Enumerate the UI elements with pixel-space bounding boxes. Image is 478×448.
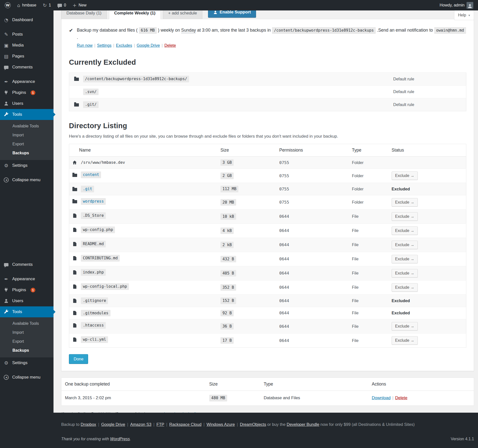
delete-schedule-link[interactable]: Delete <box>164 43 176 48</box>
schedule-day[interactable]: Sunday <box>181 28 196 33</box>
developer-bundle-link[interactable]: Developer Bundle <box>287 422 319 427</box>
sidebar-item-plugins[interactable]: Plugins 1 <box>0 87 53 98</box>
row-type-icon <box>72 323 78 328</box>
file-name[interactable]: CONTRIBUTING.md <box>81 255 120 262</box>
submenu-item-available-tools[interactable]: Available Tools <box>0 122 53 131</box>
wp-logo-menu[interactable]: W <box>1 0 14 10</box>
sidebar-item-settings[interactable]: ⚙ Settings <box>0 160 53 171</box>
howdy-text: Howdy, admin <box>440 3 465 7</box>
destination-link[interactable]: Windows Azure <box>207 422 235 427</box>
wordpress-link[interactable]: WordPress <box>110 437 130 441</box>
submenu-item-export[interactable]: Export <box>0 337 53 346</box>
file-permissions: 0644 <box>277 209 349 224</box>
run-now-link[interactable]: Run now <box>77 43 93 48</box>
destination-link[interactable]: FTP <box>157 422 164 427</box>
submenu-item-export[interactable]: Export <box>0 140 53 149</box>
backup-type: Database and Files <box>260 391 368 406</box>
file-size: 20 MB <box>220 199 236 206</box>
exclude-button[interactable]: Exclude → <box>392 269 418 278</box>
sidebar-item-tools[interactable]: Tools <box>0 109 53 120</box>
file-name[interactable]: index.php <box>81 269 106 276</box>
file-name[interactable]: wordpress <box>81 198 106 205</box>
file-name[interactable]: content <box>81 171 101 178</box>
file-permissions: 0755 <box>277 195 349 209</box>
submenu-item-available-tools[interactable]: Available Tools <box>0 319 53 328</box>
sidebar-item-appearance[interactable]: ✒ Appearance <box>0 274 53 284</box>
destination-link[interactable]: Dropbox <box>81 422 96 427</box>
file-name[interactable]: .DS_Store <box>81 212 106 219</box>
delete-backup-link[interactable]: Delete <box>395 395 407 400</box>
exclude-button[interactable]: Exclude → <box>392 212 418 221</box>
destination-link[interactable]: DreamObjects <box>240 422 266 427</box>
destination-link[interactable]: Rackspace Cloud <box>169 422 201 427</box>
exclude-button[interactable]: Exclude → <box>392 241 418 249</box>
file-icon <box>73 214 76 218</box>
file-permissions: 0644 <box>277 307 349 319</box>
pages-icon: ▤ <box>3 54 9 59</box>
exclude-button[interactable]: Exclude → <box>392 336 418 345</box>
check-icon: ✔ <box>69 27 73 48</box>
excludes-link[interactable]: Excludes <box>116 43 132 48</box>
sidebar-item-plugins[interactable]: Plugins 1 <box>0 284 53 295</box>
directory-row: .DS_Store 10 kB 0644 File Exclude → Excl… <box>69 209 466 224</box>
comments-icon <box>4 263 8 266</box>
file-name[interactable]: README.md <box>81 241 106 247</box>
sidebar-item-posts[interactable]: ✎ Posts <box>0 29 53 40</box>
updates-menu[interactable]: ↻ 1 <box>40 0 54 10</box>
sidebar-item-users[interactable]: Users <box>0 98 53 109</box>
help-button[interactable]: Help ▾ <box>454 10 474 20</box>
submenu-item-import[interactable]: Import <box>0 131 53 140</box>
file-name[interactable]: wp-config.php <box>81 226 115 233</box>
chevron-down-icon: ▾ <box>468 13 470 17</box>
sidebar-item-collapse-menu[interactable]: ◀ Collapse menu <box>0 174 53 185</box>
submenu-item-import[interactable]: Import <box>0 328 53 337</box>
done-button[interactable]: Done <box>69 354 88 364</box>
exclude-button[interactable]: Exclude → <box>392 283 418 292</box>
sidebar-item-dashboard[interactable]: ◔ Dashboard <box>0 14 53 25</box>
sidebar-item-pages[interactable]: ▤ Pages <box>0 51 53 62</box>
file-name[interactable]: wp-config-local.php <box>81 283 129 290</box>
file-type: File <box>349 252 389 266</box>
sidebar-item-media[interactable]: ▣ Media <box>0 40 53 51</box>
exclude-button[interactable]: Exclude → <box>392 322 418 331</box>
settings-link[interactable]: Settings <box>97 43 111 48</box>
submenu-item-backups[interactable]: Backups <box>0 346 53 355</box>
file-icon <box>73 284 76 289</box>
submenu-item-backups[interactable]: Backups <box>0 149 53 158</box>
file-size: 17 B <box>220 337 234 344</box>
sidebar-item-label: Tools <box>12 112 22 117</box>
file-name[interactable]: .git <box>81 186 94 192</box>
file-icon <box>73 311 76 315</box>
sidebar-item-tools[interactable]: Tools <box>0 306 53 317</box>
google-drive-link[interactable]: Google Drive <box>137 43 160 48</box>
sidebar-item-collapse-menu[interactable]: ◀ Collapse menu <box>0 372 53 383</box>
exclude-button[interactable]: Exclude → <box>392 171 418 180</box>
exclude-button[interactable]: Exclude → <box>392 198 418 207</box>
file-permissions: 0755 <box>277 183 349 195</box>
file-size: 3 GB <box>220 159 234 166</box>
file-permissions: 0755 <box>277 169 349 183</box>
account-menu[interactable]: Howdy, admin <box>436 0 477 10</box>
comments-menu[interactable]: 0 <box>54 0 69 10</box>
completed-backups-table: One backup completed Size Type Actions M… <box>61 378 474 406</box>
file-name[interactable]: /srv/www/hmbase.dev <box>81 159 125 166</box>
destination-link[interactable]: Google Drive <box>101 422 125 427</box>
file-name[interactable]: wp-cli.yml <box>81 336 108 343</box>
sidebar-item-settings[interactable]: ⚙ Settings <box>0 357 53 368</box>
file-name[interactable]: .htaccess <box>81 322 106 329</box>
new-content-menu[interactable]: + New <box>69 0 90 10</box>
exclude-button[interactable]: Exclude → <box>392 255 418 263</box>
row-type-icon <box>72 172 78 177</box>
file-name[interactable]: .gitmodules <box>81 310 110 317</box>
download-link[interactable]: Download <box>372 395 391 400</box>
destination-link[interactable]: Amazon S3 <box>130 422 151 427</box>
appearance-icon: ✒ <box>3 277 9 281</box>
exclude-button[interactable]: Exclude → <box>392 226 418 235</box>
file-name[interactable]: .gitignore <box>81 297 108 304</box>
sidebar-item-comments[interactable]: Comments <box>0 62 53 73</box>
currently-excluded-title: Currently Excluded <box>69 58 466 66</box>
sidebar-item-users[interactable]: Users <box>0 295 53 306</box>
site-menu[interactable]: ⌂ hmbase <box>14 0 40 10</box>
sidebar-item-appearance[interactable]: ✒ Appearance <box>0 76 53 87</box>
sidebar-item-comments[interactable]: Comments <box>0 259 53 270</box>
